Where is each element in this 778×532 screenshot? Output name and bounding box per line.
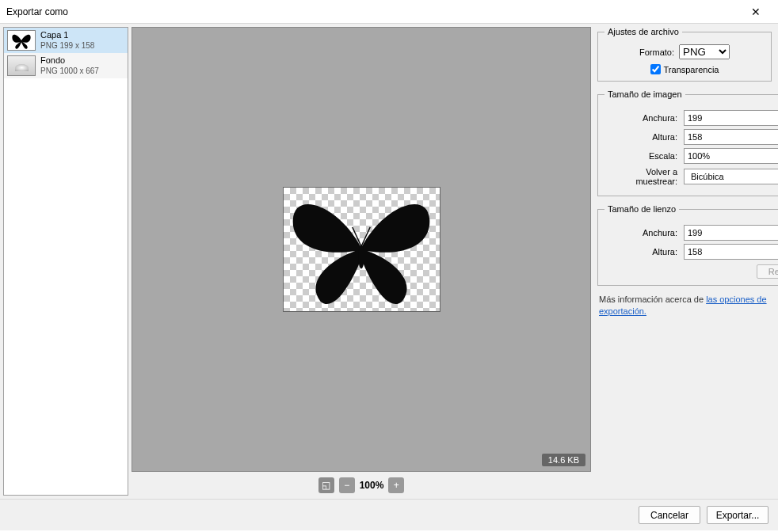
window-title: Exportar como xyxy=(6,6,740,17)
close-icon[interactable]: ✕ xyxy=(740,6,772,18)
zoom-level: 100% xyxy=(360,480,384,491)
restore-button: Restaurar xyxy=(757,264,778,279)
main-content: Capa 1 PNG 199 x 158 Fondo PNG 1000 x 66… xyxy=(0,24,778,499)
preview-area: 14.6 KB ◱ − 100% + xyxy=(132,27,591,496)
svg-point-2 xyxy=(358,245,364,268)
scale-label: Escala: xyxy=(604,151,681,161)
zoom-in-icon[interactable]: + xyxy=(388,477,404,493)
format-select[interactable]: PNG xyxy=(679,44,730,59)
layer-thumb xyxy=(7,30,36,51)
info-prefix: Más información acerca de xyxy=(599,294,706,304)
layer-meta: PNG 199 x 158 xyxy=(40,41,94,51)
layer-name: Fondo xyxy=(40,55,99,66)
image-width-input[interactable] xyxy=(684,110,778,126)
fit-screen-icon[interactable]: ◱ xyxy=(318,477,334,493)
zoom-out-icon[interactable]: − xyxy=(339,477,355,493)
canvas-height-input[interactable] xyxy=(684,244,778,260)
resample-label: Volver a muestrear: xyxy=(604,167,681,186)
image-size-group: Tamaño de imagen Anchura: px Altura: px … xyxy=(597,89,778,196)
titlebar: Exportar como ✕ xyxy=(0,0,778,24)
canvas-width-label: Anchura: xyxy=(604,228,681,238)
transparency-checkbox[interactable] xyxy=(650,64,661,74)
canvas-width-input[interactable] xyxy=(684,225,778,241)
footer: Cancelar Exportar... xyxy=(0,499,778,530)
layer-text: Fondo PNG 1000 x 667 xyxy=(40,55,99,75)
layer-meta: PNG 1000 x 667 xyxy=(40,66,99,76)
zoom-toolbar: ◱ − 100% + xyxy=(132,475,591,496)
cancel-button[interactable]: Cancelar xyxy=(639,506,700,524)
scale-input[interactable] xyxy=(684,148,778,164)
canvas-height-label: Altura: xyxy=(604,247,681,256)
layer-name: Capa 1 xyxy=(40,30,94,40)
layer-item-fondo[interactable]: Fondo PNG 1000 x 667 xyxy=(4,53,128,78)
layers-panel: Capa 1 PNG 199 x 158 Fondo PNG 1000 x 66… xyxy=(3,27,128,496)
file-settings-legend: Ajustes de archivo xyxy=(604,27,682,36)
format-label: Formato: xyxy=(639,48,674,57)
preview-canvas[interactable]: 14.6 KB xyxy=(132,27,591,472)
width-label: Anchura: xyxy=(604,113,681,123)
settings-panel: Ajustes de archivo Formato: PNG Transpar… xyxy=(594,24,778,499)
filesize-badge: 14.6 KB xyxy=(542,454,585,466)
layer-item-capa1[interactable]: Capa 1 PNG 199 x 158 xyxy=(4,28,128,53)
height-label: Altura: xyxy=(604,132,681,142)
image-size-legend: Tamaño de imagen xyxy=(604,89,685,99)
info-text: Más información acerca de las opciones d… xyxy=(597,294,772,318)
file-settings-group: Ajustes de archivo Formato: PNG Transpar… xyxy=(597,27,772,82)
export-button[interactable]: Exportar... xyxy=(707,506,768,524)
image-height-input[interactable] xyxy=(684,129,778,145)
canvas-size-group: Tamaño de lienzo Anchura: px Altura: px … xyxy=(597,204,778,286)
layer-text: Capa 1 PNG 199 x 158 xyxy=(40,30,94,50)
transparency-label: Transparencia xyxy=(664,65,719,74)
resample-select[interactable]: Bicúbica xyxy=(684,169,778,184)
layer-thumb xyxy=(7,55,36,76)
preview-image xyxy=(283,187,440,312)
canvas-size-legend: Tamaño de lienzo xyxy=(604,204,679,214)
